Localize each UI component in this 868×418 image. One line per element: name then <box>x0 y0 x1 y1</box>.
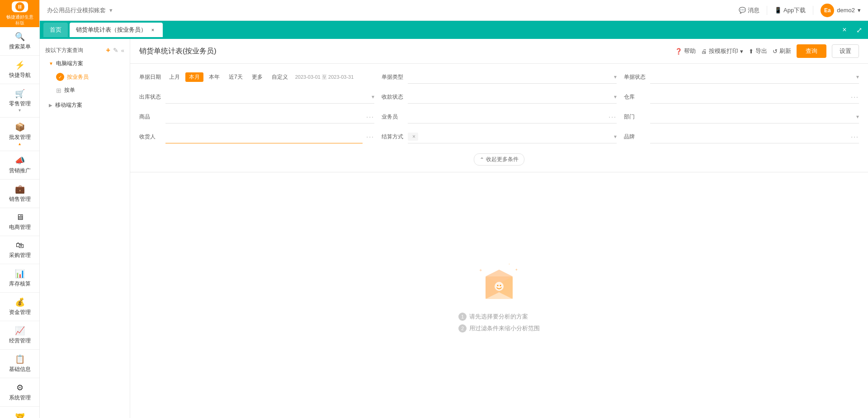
tree-item-by-order[interactable]: ⊞ 按单 <box>52 84 130 97</box>
tree-item-salesperson[interactable]: ✓ 按业务员 <box>52 70 130 84</box>
tab-active[interactable]: 销货单统计表（按业务员） × <box>70 23 163 37</box>
empty-hint-1: 1 请先选择要分析的方案 <box>458 313 540 321</box>
sidebar: 畅捷通好生意 标版 🔍 搜索菜单 ⚡ 快捷导航 🛒 零售管理 ▾ 📦 批发管理 … <box>0 0 40 418</box>
left-panel: 按以下方案查询 + ✎ « ▼ 电脑端方案 ✓ 按业务员 ⊞ 按单 <box>40 39 130 418</box>
app-download-button[interactable]: 📱 App下载 <box>774 6 806 14</box>
date-filter: 上月 本月 本年 近7天 更多 自定义 2023-03-01 至 2023-03… <box>165 72 374 82</box>
edit-scheme-button[interactable]: ✎ <box>113 47 118 54</box>
tab-bar: 首页 销货单统计表（按业务员） × × ⤢ <box>40 21 868 39</box>
tree-arrow-mobile: ▶ <box>49 103 52 108</box>
salesperson-select[interactable] <box>408 110 617 124</box>
product-select[interactable] <box>165 110 374 124</box>
sidebar-label-basic: 基础信息 <box>9 366 31 373</box>
date-tab-this-month[interactable]: 本月 <box>185 72 203 82</box>
receipt-status-select[interactable] <box>408 90 617 104</box>
collapse-button[interactable]: ⌃ 收起更多条件 <box>474 153 524 166</box>
system-icon: ⚙ <box>16 383 24 393</box>
filter-date: 单据日期 上月 本月 本年 近7天 更多 自定义 2023-03-01 至 20… <box>139 72 374 82</box>
sidebar-item-sales[interactable]: 💼 销售管理 <box>0 180 39 208</box>
out-status-select[interactable] <box>165 90 374 104</box>
brand-dots[interactable] <box>851 133 859 140</box>
date-tab-last-month[interactable]: 上月 <box>165 72 184 82</box>
filter-warehouse: 仓库 <box>624 90 859 104</box>
user-info[interactable]: Ea demo2 ▾ <box>821 4 861 17</box>
sidebar-item-operations[interactable]: 📈 经营管理 <box>0 321 39 350</box>
sidebar-item-retail[interactable]: 🛒 零售管理 ▾ <box>0 84 39 118</box>
doc-type-select[interactable] <box>408 70 617 84</box>
doc-status-label: 单据状态 <box>624 73 646 81</box>
filter-row-2: 出库状态 收款状态 仓库 <box>139 90 859 104</box>
wholesale-icon: 📦 <box>15 122 25 132</box>
filter-row-1: 单据日期 上月 本月 本年 近7天 更多 自定义 2023-03-01 至 20… <box>139 70 859 84</box>
finance-icon: 💰 <box>15 297 25 307</box>
sidebar-item-enterprise[interactable]: 🤝 企业协同 <box>0 407 39 418</box>
expand-button[interactable]: ⤢ <box>854 24 864 35</box>
divider <box>767 6 767 15</box>
quick-icon: ⚡ <box>15 60 25 70</box>
sidebar-label-quick: 快捷导航 <box>9 71 31 79</box>
sidebar-item-marketing[interactable]: 📣 营销推广 <box>0 151 39 180</box>
app-download-label: App下载 <box>783 6 806 14</box>
panel-title: 按以下方案查询 <box>45 47 83 54</box>
tab-home[interactable]: 首页 <box>43 23 68 37</box>
date-tab-more[interactable]: 更多 <box>248 72 266 82</box>
settlement-select[interactable]: × <box>408 130 617 143</box>
date-range: 2023-03-01 至 2023-03-31 <box>295 74 354 81</box>
sidebar-item-wholesale[interactable]: 📦 批发管理 ▴ <box>0 118 39 151</box>
date-tab-this-year[interactable]: 本年 <box>205 72 223 82</box>
close-window-button[interactable]: × <box>839 24 850 35</box>
help-button[interactable]: ❓ 帮助 <box>675 47 696 55</box>
export-button[interactable]: ⬆ 导出 <box>749 47 767 55</box>
date-tab-7days[interactable]: 近7天 <box>225 72 246 82</box>
sidebar-item-purchase[interactable]: 🛍 采购管理 <box>0 236 39 264</box>
receiver-label: 收货人 <box>139 133 162 141</box>
brand-label: 品牌 <box>624 133 646 141</box>
date-tab-custom[interactable]: 自定义 <box>268 72 292 82</box>
collapse-panel-button[interactable]: « <box>121 47 124 54</box>
sidebar-item-stock[interactable]: 📊 库存核算 <box>0 264 39 293</box>
sidebar-item-finance[interactable]: 💰 资金管理 <box>0 293 39 321</box>
sidebar-item-search[interactable]: 🔍 搜索菜单 <box>0 27 39 56</box>
empty-hint-2: 2 用过滤条件来缩小分析范围 <box>458 324 540 332</box>
sidebar-item-basic[interactable]: 📋 基础信息 <box>0 350 39 378</box>
sidebar-item-system[interactable]: ⚙ 系统管理 <box>0 378 39 407</box>
sidebar-label-marketing: 营销推广 <box>9 167 31 175</box>
settings-button[interactable]: 设置 <box>832 44 859 58</box>
tree-section-mobile[interactable]: ▶ 移动端方案 <box>40 99 130 112</box>
operations-icon: 📈 <box>15 326 25 336</box>
settlement-label: 结算方式 <box>382 133 404 141</box>
sidebar-label-finance: 资金管理 <box>9 309 31 316</box>
enterprise-icon: 🤝 <box>15 411 25 418</box>
tree-section-pc[interactable]: ▼ 电脑端方案 <box>40 57 130 70</box>
receiver-input[interactable] <box>165 130 363 143</box>
doc-type-chevron <box>614 74 617 80</box>
warehouse-select[interactable] <box>650 90 859 104</box>
print-label: 按模板打印 <box>709 47 738 55</box>
filter-product: 商品 <box>139 110 374 124</box>
print-button[interactable]: 🖨 按模板打印 ▾ <box>701 47 743 55</box>
sidebar-item-ecommerce[interactable]: 🖥 电商管理 <box>0 208 39 236</box>
product-dots[interactable] <box>366 113 374 120</box>
svg-point-6 <box>500 285 501 286</box>
username: demo2 <box>837 7 855 14</box>
collapse-label: 收起更多条件 <box>486 156 519 163</box>
message-button[interactable]: 💬 消息 <box>739 6 760 14</box>
tab-close-button[interactable]: × <box>149 26 156 33</box>
doc-status-select[interactable] <box>650 70 859 84</box>
receiver-dots[interactable] <box>366 133 374 140</box>
warehouse-dots[interactable] <box>851 93 859 100</box>
download-icon: 📱 <box>774 7 782 14</box>
collapse-row: ⌃ 收起更多条件 <box>139 150 859 166</box>
settlement-remove-button[interactable]: × <box>412 133 415 140</box>
filter-doc-type: 单据类型 <box>382 70 617 84</box>
refresh-icon: ↺ <box>773 48 778 55</box>
query-button[interactable]: 查询 <box>797 44 826 58</box>
user-chevron: ▾ <box>858 7 861 14</box>
brand-select[interactable] <box>650 130 859 143</box>
receipt-status-label: 收款状态 <box>382 93 404 101</box>
sidebar-item-quick[interactable]: ⚡ 快捷导航 <box>0 56 39 84</box>
refresh-button[interactable]: ↺ 刷新 <box>773 47 791 55</box>
department-select[interactable] <box>650 110 859 124</box>
salesperson-dots[interactable] <box>609 113 617 120</box>
add-scheme-button[interactable]: + <box>106 46 110 54</box>
